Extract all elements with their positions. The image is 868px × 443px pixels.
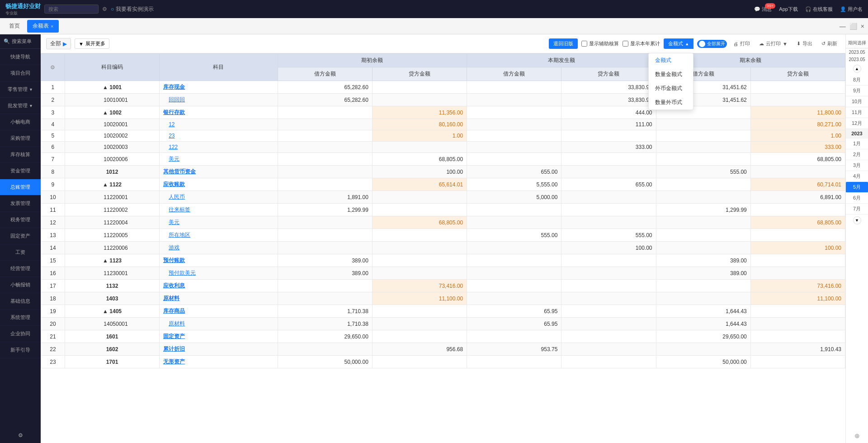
month-item[interactable]: 3月 (846, 160, 868, 171)
row-expand-icon[interactable]: ▲ 1122 (103, 181, 122, 188)
row-name[interactable]: 库存现金 (160, 81, 278, 94)
row-name[interactable]: 原材料 (160, 292, 278, 305)
row-expand-icon[interactable]: ▲ 1002 (103, 110, 122, 116)
sidebar-item-retail[interactable]: 零售管理 ▼ (0, 81, 41, 98)
tab-balance-sheet[interactable]: 余额表 × (27, 20, 59, 33)
amount-style-btn[interactable]: 金额式 ▲ (664, 38, 693, 49)
sidebar-item-mini-sales[interactable]: 小畅报销 (0, 277, 41, 293)
month-item[interactable]: 6月 (846, 193, 868, 204)
sidebar-item-capital[interactable]: 资金管理 (0, 163, 41, 179)
row-name[interactable]: 122 (160, 142, 278, 153)
row-amount-cell (467, 204, 561, 216)
row-name[interactable]: 应收利息 (160, 280, 278, 292)
sidebar-item-invoice[interactable]: 发票管理 (0, 195, 41, 212)
row-name[interactable]: 预付款美元 (160, 267, 278, 280)
row-name[interactable]: 回回回 (160, 94, 278, 106)
row-expand-icon[interactable]: ▲ 1405 (103, 308, 122, 314)
sidebar-item-project-contract[interactable]: 项目合同 (0, 65, 41, 81)
row-name[interactable]: 其他货币资金 (160, 166, 278, 178)
next-period-btn[interactable]: ▼ (853, 216, 861, 224)
collapse-icon[interactable]: ⊕ (854, 432, 860, 439)
expand-all-toggle[interactable]: 全部展开 (697, 40, 727, 48)
user-avatar[interactable]: 👤 用户名 (840, 6, 863, 13)
refresh-btn[interactable]: ↺ 刷新 (819, 39, 840, 48)
expand-more-btn[interactable]: ▼ 展开更多 (75, 38, 109, 49)
month-item[interactable]: 5月 (846, 182, 868, 193)
row-name[interactable]: 固定资产 (160, 330, 278, 343)
sidebar-item-basic-info[interactable]: 基础信息 (0, 293, 41, 310)
sidebar-item-inventory[interactable]: 库存核算 (0, 147, 41, 163)
row-name[interactable]: 银行存款 (160, 106, 278, 119)
demo-link[interactable]: ○ 我要看实例演示 (111, 5, 154, 13)
breadcrumb-all[interactable]: 全部 ▶ (46, 38, 71, 49)
month-item[interactable]: 8月 (846, 75, 868, 86)
sidebar-item-tax[interactable]: 税务管理 (0, 212, 41, 228)
return-old-version-btn[interactable]: 退回旧版 (549, 38, 578, 49)
app-download-btn[interactable]: App下载 (779, 6, 798, 13)
row-name[interactable]: 美元 (160, 153, 278, 166)
settings-icon[interactable]: ⚙ (102, 6, 107, 12)
th-settings[interactable]: ⚙ (41, 54, 65, 81)
sidebar-item-fixed-assets[interactable]: 固定资产 (0, 228, 41, 244)
row-name[interactable]: 预付账款 (160, 254, 278, 267)
show-auxiliary-checkbox[interactable]: 显示辅助核算 (581, 40, 619, 47)
month-item[interactable]: 12月 (846, 118, 868, 129)
row-name[interactable]: 无形资产 (160, 356, 278, 368)
month-item[interactable]: 10月 (846, 96, 868, 107)
online-service-btn[interactable]: 🎧 在线客服 (805, 6, 833, 13)
month-item[interactable]: 4月 (846, 171, 868, 182)
month-item[interactable]: 1月 (846, 138, 868, 149)
show-ytd-checkbox[interactable]: 显示本年累计 (623, 40, 660, 47)
cloud-print-btn[interactable]: ☁ 云打印 ▼ (756, 39, 790, 48)
sidebar-item-ops[interactable]: 经营管理 (0, 261, 41, 277)
row-name[interactable]: 往来标签 (160, 204, 278, 216)
amount-style-dropdown[interactable]: 金额式 ▲ 金额式 数量金额式 外币金额式 数量外币式 (664, 38, 693, 49)
row-name[interactable]: 累计折旧 (160, 343, 278, 356)
row-name[interactable]: 所在地区 (160, 229, 278, 242)
month-item[interactable]: 11月 (846, 107, 868, 118)
month-item[interactable]: 7月 (846, 204, 868, 214)
panel-collapse-btn[interactable]: ⊕ (851, 429, 863, 443)
row-name[interactable]: 12 (160, 119, 278, 130)
month-item[interactable]: 2月 (846, 149, 868, 160)
sidebar-item-system[interactable]: 系统管理 (0, 310, 41, 326)
sidebar-item-wholesale[interactable]: 批发管理 ▼ (0, 98, 41, 114)
tab-home[interactable]: 首页 (4, 20, 25, 33)
menu-item-qty-amount[interactable]: 数量金额式 (649, 67, 693, 81)
ytd-checkbox-input[interactable] (623, 41, 628, 47)
sidebar-item-ecom[interactable]: 小畅电商 (0, 114, 41, 130)
month-item[interactable]: 2023 (846, 129, 868, 138)
menu-item-qty-foreign[interactable]: 数量外币式 (649, 95, 693, 110)
row-name[interactable]: 美元 (160, 216, 278, 229)
sidebar-item-guide[interactable]: 新手引导 (0, 342, 41, 358)
tab-restore-btn[interactable]: ⬜ (849, 23, 857, 30)
prev-period-btn[interactable]: ▲ (853, 65, 861, 73)
row-name[interactable]: 人民币 (160, 191, 278, 204)
sidebar-search[interactable]: 🔍 搜索菜单 (0, 34, 41, 49)
export-btn[interactable]: ⬇ 导出 (794, 39, 815, 48)
notification-bell[interactable]: 💬 消息 99+ (754, 6, 772, 13)
sidebar-settings-btn[interactable]: ⚙ (0, 428, 41, 443)
row-expand-icon[interactable]: ▲ 1123 (103, 257, 122, 264)
row-name[interactable]: 游戏 (160, 242, 278, 254)
column-settings-icon[interactable]: ⚙ (50, 64, 55, 71)
auxiliary-checkbox-input[interactable] (581, 41, 587, 47)
sidebar-item-quick-nav[interactable]: 快捷导航 (0, 49, 41, 65)
row-name[interactable]: 应收账款 (160, 178, 278, 191)
top-search-input[interactable] (44, 5, 99, 14)
month-item[interactable]: 9月 (846, 86, 868, 96)
tab-close-btn[interactable]: × (51, 24, 53, 29)
row-name[interactable]: 库存商品 (160, 305, 278, 318)
sidebar-item-purchase[interactable]: 采购管理 (0, 130, 41, 147)
menu-item-foreign-amount[interactable]: 外币金额式 (649, 81, 693, 95)
row-name[interactable]: 原材料 (160, 318, 278, 330)
menu-item-amount[interactable]: 金额式 (649, 53, 693, 67)
row-expand-icon[interactable]: ▲ 1001 (103, 84, 122, 91)
tab-minimize-btn[interactable]: — (840, 23, 846, 30)
tab-close-all-btn[interactable]: × (861, 23, 864, 30)
sidebar-item-enterprise[interactable]: 企业协同 (0, 326, 41, 342)
sidebar-item-ledger[interactable]: 总账管理 (0, 179, 41, 195)
sidebar-item-payroll[interactable]: 工资 (0, 244, 41, 261)
print-btn[interactable]: 🖨 打印 (731, 39, 753, 48)
row-name[interactable]: 23 (160, 130, 278, 142)
